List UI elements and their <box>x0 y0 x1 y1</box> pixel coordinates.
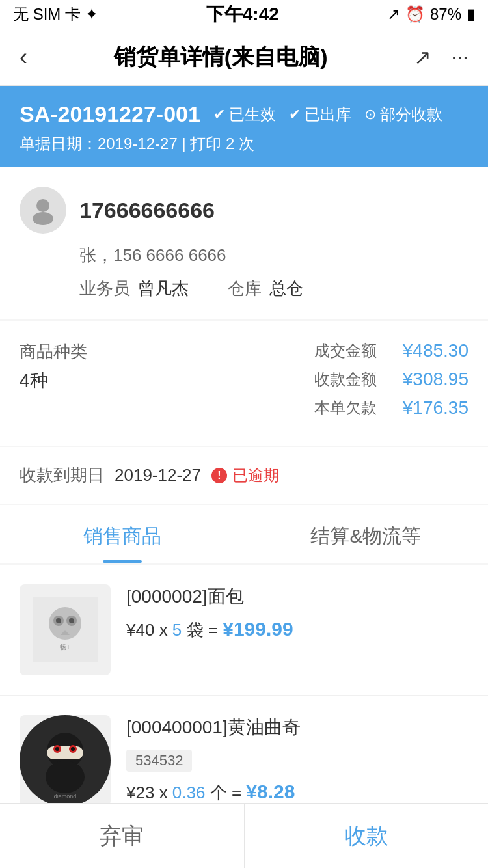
svg-text:畅+: 畅+ <box>60 644 70 651</box>
product-badge-2: 534532 <box>126 750 192 772</box>
exclamation-icon: ! <box>211 468 227 483</box>
warehouse-label: 仓库 <box>228 277 262 300</box>
product-thumb-1: 畅+ <box>20 584 111 675</box>
status-time: 下午4:42 <box>206 2 279 27</box>
list-item: 畅+ [0000002]面包 ¥40 x 5 袋 = ¥199.99 <box>0 565 488 696</box>
due-date-value: 2019-12-27 <box>115 465 201 485</box>
svg-point-16 <box>71 747 75 751</box>
received-label: 收款金额 <box>314 369 377 390</box>
avatar-icon <box>27 194 59 226</box>
status-partial: ⊙ 部分收款 <box>364 104 442 125</box>
product-name-2: [000400001]黄油曲奇 <box>126 715 468 740</box>
status-left: 无 SIM 卡 ✦ <box>13 4 98 25</box>
product-image-2: diamond <box>20 715 111 806</box>
category-value: 4种 <box>20 368 87 393</box>
overdue-label: 已逾期 <box>232 465 279 486</box>
confirm-button[interactable]: 收款 <box>245 804 489 868</box>
tab-sales-label: 销售商品 <box>83 525 161 547</box>
summary-section: 商品种类 4种 成交金额 ¥485.30 收款金额 ¥308.95 本单欠款 ¥… <box>0 321 488 446</box>
share-icon[interactable]: ↗ <box>414 45 431 70</box>
order-date: 单据日期：2019-12-27 | 打印 2 次 <box>20 133 468 154</box>
total-2: ¥8.28 <box>246 781 295 802</box>
received-value: ¥308.95 <box>403 369 468 390</box>
transaction-value: ¥485.30 <box>403 340 468 361</box>
nav-bar: ‹ 销货单详情(来自电脑) ↗ ··· <box>0 29 488 86</box>
avatar <box>20 187 66 234</box>
battery-level: 87% <box>430 5 461 23</box>
category-label: 商品种类 <box>20 340 87 363</box>
back-button[interactable]: ‹ <box>20 44 27 71</box>
svg-point-15 <box>55 747 59 751</box>
customer-phone: 17666666666 <box>79 198 215 223</box>
product-image-placeholder-1: 畅+ <box>33 597 98 662</box>
sales-info: 业务员 曾凡杰 <box>79 277 189 300</box>
equals-1: = <box>208 620 223 640</box>
overdue-badge: ! 已逾期 <box>211 465 279 486</box>
due-date-section: 收款到期日 2019-12-27 ! 已逾期 <box>0 447 488 504</box>
bottom-bar: 弃审 收款 <box>0 803 488 868</box>
status-right: ↗ ⏰ 87% ▮ <box>387 5 475 23</box>
clock-icon: ⊙ <box>364 106 376 123</box>
product-info-1: [0000002]面包 ¥40 x 5 袋 = ¥199.99 <box>126 584 468 642</box>
tab-active-underline <box>103 560 142 563</box>
product-price-2: ¥23 x 0.36 个 = ¥8.28 <box>126 781 468 804</box>
svg-point-0 <box>36 199 49 212</box>
alarm-icon: ⏰ <box>405 5 425 23</box>
status-effective-label: 已生效 <box>229 104 276 125</box>
sales-label: 业务员 <box>79 277 130 300</box>
location-icon: ↗ <box>387 5 400 23</box>
status-bar: 无 SIM 卡 ✦ 下午4:42 ↗ ⏰ 87% ▮ <box>0 0 488 29</box>
battery-icon: ▮ <box>467 5 475 23</box>
more-icon[interactable]: ··· <box>451 45 468 69</box>
tabs-section: 销售商品 结算&物流等 <box>0 505 488 563</box>
sales-value: 曾凡杰 <box>138 277 189 300</box>
svg-point-6 <box>56 618 61 623</box>
multiply-1: x <box>159 620 172 640</box>
status-shipped: ✔ 已出库 <box>289 104 351 125</box>
status-partial-label: 部分收款 <box>380 104 442 125</box>
price-base-2: ¥23 <box>126 783 154 802</box>
transaction-label: 成交金额 <box>314 340 377 361</box>
svg-text:diamond: diamond <box>54 793 77 800</box>
check-icon-2: ✔ <box>289 106 301 123</box>
debt-value: ¥176.35 <box>403 398 468 418</box>
price-base-1: ¥40 <box>126 620 154 640</box>
cancel-button[interactable]: 弃审 <box>0 804 245 868</box>
debt-label: 本单欠款 <box>314 398 377 418</box>
qty-2: 0.36 <box>172 783 206 802</box>
warehouse-value: 总仓 <box>269 277 303 300</box>
sim-status: 无 SIM 卡 ✦ <box>13 4 98 25</box>
svg-point-1 <box>33 212 53 225</box>
customer-section: 17666666666 张，156 6666 6666 业务员 曾凡杰 仓库 总… <box>0 167 488 319</box>
check-icon-1: ✔ <box>213 106 225 123</box>
product-thumb-2: diamond <box>20 715 111 806</box>
tabs-row: 销售商品 结算&物流等 <box>0 505 488 563</box>
products-section: 畅+ [0000002]面包 ¥40 x 5 袋 = ¥199.99 <box>0 565 488 826</box>
multiply-2: x <box>159 783 172 802</box>
nav-icons: ↗ ··· <box>414 45 468 70</box>
product-info-2: [000400001]黄油曲奇 534532 ¥23 x 0.36 个 = ¥8… <box>126 715 468 804</box>
equals-2: = <box>232 783 246 802</box>
total-1: ¥199.99 <box>223 618 293 640</box>
due-date-label: 收款到期日 <box>20 464 104 487</box>
svg-point-17 <box>46 761 85 793</box>
tab-settlement[interactable]: 结算&物流等 <box>244 505 488 563</box>
status-shipped-label: 已出库 <box>305 104 351 125</box>
amounts-block: 成交金额 ¥485.30 收款金额 ¥308.95 本单欠款 ¥176.35 <box>314 340 468 426</box>
product-price-1: ¥40 x 5 袋 = ¥199.99 <box>126 618 468 642</box>
warehouse-info: 仓库 总仓 <box>228 277 303 300</box>
customer-name: 张，156 6666 6666 <box>79 244 468 267</box>
order-id: SA-20191227-001 <box>20 102 200 127</box>
qty-1: 5 <box>172 620 182 640</box>
product-name-1: [0000002]面包 <box>126 584 468 609</box>
tab-sales-products[interactable]: 销售商品 <box>0 505 244 563</box>
page-title: 销货单详情(来自电脑) <box>114 42 328 72</box>
svg-rect-12 <box>47 746 83 759</box>
order-header: SA-20191227-001 ✔ 已生效 ✔ 已出库 ⊙ 部分收款 单据日期：… <box>0 86 488 167</box>
tab-settlement-label: 结算&物流等 <box>310 525 421 547</box>
status-effective: ✔ 已生效 <box>213 104 276 125</box>
unit-2: 个 <box>210 783 227 802</box>
unit-1: 袋 <box>187 620 204 640</box>
svg-point-7 <box>69 618 74 623</box>
